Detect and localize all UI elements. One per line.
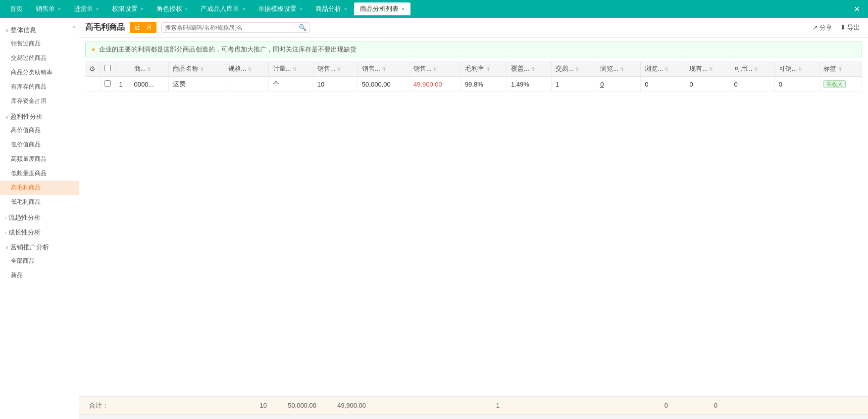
nav-tab-permission-settings[interactable]: 权限设置× [106, 2, 150, 15]
col-label-available-stock: 可用... [734, 64, 753, 73]
col-header-checkbox[interactable] [100, 61, 115, 77]
sort-icon-tag[interactable]: ⇅ [838, 66, 842, 72]
search-input[interactable] [165, 24, 297, 31]
nav-tab-close-product-analysis[interactable]: × [344, 6, 347, 12]
sidebar-item-traded-goods[interactable]: 交易过的商品 [0, 51, 79, 65]
sidebar-item-inventory-capital[interactable]: 库存资金占用 [0, 94, 79, 108]
nav-tab-close-permission-settings[interactable]: × [141, 6, 144, 12]
nav-tab-purchase[interactable]: 进货单× [68, 2, 105, 15]
sort-icon-browse1[interactable]: ⇅ [620, 66, 624, 72]
cell-sales-amount: 50,000.00 [357, 77, 409, 92]
nav-tab-role-permission[interactable]: 角色授权× [151, 2, 194, 15]
sidebar-item-low-frequency[interactable]: 低频量度商品 [0, 166, 79, 181]
nav-tab-product-warehousing[interactable]: 产成品入库单× [195, 2, 251, 15]
sort-icon-transaction[interactable]: ⇅ [575, 66, 579, 72]
cell-browse2: 0 [641, 77, 685, 92]
sidebar-item-sales-goods[interactable]: 销售过商品 [0, 37, 79, 51]
sidebar-group-overall-info[interactable]: ∨整体信息 [0, 22, 79, 37]
browse1-link[interactable]: 0 [600, 81, 604, 88]
nav-tab-close-product-warehousing[interactable]: × [242, 6, 245, 12]
sort-icon-available-stock[interactable]: ⇅ [754, 66, 758, 72]
col-header-spec: 规格...⇅ [224, 61, 268, 77]
tag-badge: 高收入 [823, 80, 846, 88]
sort-icon-code[interactable]: ⇅ [147, 66, 151, 72]
nav-tab-sales[interactable]: 销售单× [30, 2, 67, 15]
sort-icon-sales-cost[interactable]: ⇅ [433, 66, 437, 72]
col-label-code: 商... [134, 64, 146, 73]
bottom-scrollbar[interactable] [79, 414, 868, 419]
info-text: 企业的主要的利润都是这部分商品创造的，可考虑加大推广，同时关注库存是不要出现缺货 [99, 45, 357, 54]
row-checkbox[interactable] [104, 80, 111, 87]
nav-tab-product-analysis-list[interactable]: 商品分析列表× [354, 2, 410, 15]
nav-tab-home[interactable]: 首页 [4, 2, 29, 15]
sidebar-item-high-frequency[interactable]: 高频量度商品 [0, 152, 79, 166]
sort-icon-spec[interactable]: ⇅ [248, 66, 252, 72]
select-all-checkbox[interactable] [104, 65, 111, 71]
footer-sales-amount: 50,000.00 [277, 402, 316, 409]
col-header-sales-amount: 销售...⇅ [357, 61, 409, 77]
cell-code: 0000... [130, 77, 169, 92]
settings-icon[interactable]: ⚙ [89, 65, 96, 73]
cell-index: 1 [115, 77, 130, 92]
cell-spec [224, 77, 268, 92]
sidebar-item-high-margin[interactable]: 高毛利商品 [0, 181, 79, 195]
sidebar-group-label: 营销推广分析 [10, 243, 49, 252]
sidebar-item-high-value[interactable]: 高价值商品 [0, 123, 79, 138]
sort-icon-current-stock[interactable]: ⇅ [709, 66, 713, 72]
cell-tag: 高收入 [819, 77, 862, 92]
nav-tab-close-product-analysis-list[interactable]: × [402, 6, 405, 12]
sidebar-group-marketing-analysis[interactable]: ∨营销推广分析 [0, 239, 79, 254]
col-header-browse2: 浏览...⇅ [641, 61, 685, 77]
cell-browse1: 0 [596, 77, 641, 92]
col-header-current-stock: 现有...⇅ [685, 61, 730, 77]
table-footer: 合计： 10 50,000.00 49,900.00 1 0 0 [79, 396, 868, 414]
sort-icon-sales-qty[interactable]: ⇅ [337, 66, 341, 72]
col-label-current-stock: 现有... [689, 64, 708, 73]
sidebar-item-new-goods[interactable]: 新品 [0, 268, 79, 282]
sort-icon-unit[interactable]: ⇅ [293, 66, 297, 72]
cell-name: 运费 [169, 77, 224, 92]
nav-tab-close-role-permission[interactable]: × [185, 6, 188, 12]
main-layout: « ∨整体信息销售过商品交易过的商品商品分类助销率有库存的商品库存资金占用∨盈利… [0, 18, 868, 419]
col-label-name: 商品名称 [173, 64, 199, 73]
sidebar-item-inventory-goods[interactable]: 有库存的商品 [0, 80, 79, 94]
sidebar-collapse-button[interactable]: « [69, 22, 79, 32]
sidebar-group-growth-analysis[interactable]: ›成长性分析 [0, 224, 79, 239]
col-header-sellable-stock: 可销...⇅ [774, 61, 819, 77]
col-header-coverage: 覆盖...⇅ [507, 61, 551, 77]
data-table: ⚙商...⇅商品名称⇅规格...⇅计量...⇅销售...⇅销售...⇅销售...… [85, 61, 862, 92]
table-container: ⚙商...⇅商品名称⇅规格...⇅计量...⇅销售...⇅销售...⇅销售...… [79, 61, 868, 396]
nav-tab-product-analysis[interactable]: 商品分析× [309, 2, 353, 15]
cell-margin-rate: 99.8% [460, 77, 507, 92]
sidebar-item-low-margin[interactable]: 低毛利商品 [0, 195, 79, 209]
sidebar-group-label: 整体信息 [10, 26, 36, 35]
sort-icon-sales-amount[interactable]: ⇅ [382, 66, 386, 72]
export-button[interactable]: ⬇ 导出 [838, 22, 862, 33]
sidebar-item-all-goods[interactable]: 全部商品 [0, 254, 79, 268]
page-title: 高毛利商品 [85, 22, 125, 33]
sidebar-group-trend-analysis[interactable]: ›流趋性分析 [0, 209, 79, 224]
nav-tab-close-purchase[interactable]: × [96, 6, 99, 12]
sort-icon-browse2[interactable]: ⇅ [664, 66, 668, 72]
top-navigation: 首页销售单×进货单×权限设置×角色授权×产成品入库单×单据模板设置×商品分析×商… [0, 0, 868, 18]
sort-icon-name[interactable]: ⇅ [200, 66, 204, 72]
share-button[interactable]: ↗ 分享 [811, 22, 834, 33]
cell-current-stock: 0 [685, 77, 730, 92]
search-icon[interactable]: 🔍 [299, 24, 306, 31]
nav-tab-order-template[interactable]: 单据模板设置× [252, 2, 308, 15]
sort-icon-sellable-stock[interactable]: ⇅ [798, 66, 802, 72]
col-label-margin-rate: 毛利率 [465, 64, 484, 73]
col-header-settings[interactable]: ⚙ [85, 61, 100, 77]
nav-tab-close-order-template[interactable]: × [300, 6, 303, 12]
sort-icon-coverage[interactable]: ⇅ [531, 66, 535, 72]
period-button[interactable]: 近一月 [130, 22, 156, 33]
sidebar-item-goods-assist[interactable]: 商品分类助销率 [0, 65, 79, 80]
sidebar-item-low-value[interactable]: 低价值商品 [0, 138, 79, 152]
sort-icon-margin-rate[interactable]: ⇅ [486, 66, 490, 72]
nav-tab-close-sales[interactable]: × [58, 6, 61, 12]
cell-available-stock: 0 [730, 77, 774, 92]
col-label-browse2: 浏览... [645, 64, 663, 73]
sidebar-group-profitability-analysis[interactable]: ∨盈利性分析 [0, 108, 79, 123]
close-all-button[interactable]: ✕ [850, 4, 864, 14]
col-header-code: 商...⇅ [130, 61, 169, 77]
